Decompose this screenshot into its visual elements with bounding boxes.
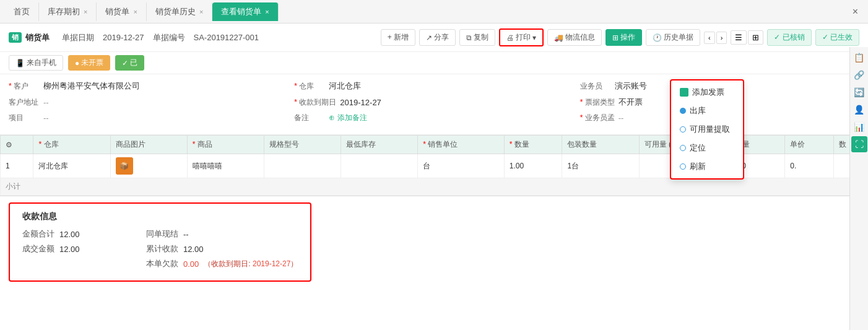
history-icon: 🕐 — [653, 33, 662, 42]
next-button[interactable]: › — [716, 32, 727, 44]
available-extract-item[interactable]: 可用量提取 — [671, 120, 743, 139]
row-unit: 台 — [418, 154, 504, 178]
refresh-icon — [680, 163, 686, 170]
tab-sales-history-close[interactable]: × — [199, 8, 203, 15]
payment-box: 收款信息 金额合计 12.00 同单现结 -- 成交金额 12.00 累计收款 — [9, 202, 311, 282]
customer-value: 柳州粤港平安气体有限公司 — [43, 80, 140, 92]
tab-home[interactable]: 首页 — [5, 2, 39, 21]
deal-amount-value: 12.00 — [59, 245, 80, 254]
refresh-label: 刷新 — [690, 161, 706, 172]
sales-person-value: -- — [618, 113, 624, 123]
deal-amount-label: 成交金额 — [22, 243, 54, 254]
copy-button[interactable]: ⧉ 复制 — [459, 29, 495, 46]
tab-inventory[interactable]: 库存期初 × — [39, 2, 97, 21]
subtotal-row: 小计 — [1, 178, 868, 196]
same-order-value: -- — [183, 230, 189, 239]
deal-amount-item: 成交金额 12.00 — [22, 243, 121, 254]
main-content: 销 销货单 单据日期 2019-12-27 单据编号 SA-20191227-0… — [0, 24, 868, 330]
outbound-label: 出库 — [690, 105, 706, 116]
sidebar-icon-3[interactable]: 🔄 — [851, 84, 867, 100]
print-button[interactable]: 🖨 打印 ▾ — [499, 28, 544, 46]
col-warehouse: 仓库 — [33, 136, 110, 154]
cumulative-label: 累计收款 — [146, 243, 178, 254]
due-amount-item: 本单欠款 0.00 （收款到期日: 2019-12-27） — [146, 258, 298, 269]
copy-icon: ⧉ — [466, 33, 472, 42]
col-qty: 数量 — [504, 136, 562, 154]
payment-title: 收款信息 — [22, 211, 298, 222]
tab-view-sales-close[interactable]: × — [265, 8, 269, 15]
tab-sales-close[interactable]: × — [133, 8, 137, 15]
list-view-button[interactable]: ☰ — [731, 30, 747, 45]
operate-icon: ⊞ — [612, 33, 618, 42]
warehouse-value: 河北仓库 — [329, 80, 361, 92]
due-date-field: 收款到期日 2019-12-27 — [294, 97, 573, 108]
customer-label: 客户 — [9, 81, 40, 92]
check-button[interactable]: ✓ 已 — [115, 55, 144, 71]
warehouse-field: 仓库 河北仓库 — [294, 80, 573, 92]
tab-sales[interactable]: 销货单 × — [97, 2, 146, 21]
col-image: 商品图片 — [110, 136, 187, 154]
invoice-type-value: 不开票 — [618, 97, 643, 108]
tab-bar: 首页 库存期初 × 销货单 × 销货单历史 × 查看销货单 × × — [0, 0, 868, 24]
row-qty: 1.00 — [504, 154, 562, 178]
print-icon: 🖨 — [506, 33, 514, 42]
address-value: -- — [43, 98, 49, 107]
sales-person-label: 业务员孟 — [580, 113, 615, 123]
col-product: 商品 — [187, 136, 264, 154]
doc-type-icon: 销 — [9, 32, 22, 43]
sidebar-icon-1[interactable]: 📋 — [851, 50, 867, 66]
sidebar-icon-5[interactable]: 📊 — [851, 119, 867, 135]
plus-icon: ⊕ — [329, 113, 335, 122]
employee-label: 业务员 — [580, 81, 611, 92]
from-phone-button[interactable]: 📱 来自手机 — [9, 55, 63, 71]
tab-sales-history[interactable]: 销货单历史 × — [147, 2, 212, 21]
available-extract-icon — [680, 126, 686, 132]
history-button[interactable]: 🕐 历史单据 — [646, 29, 700, 46]
payment-row-2: 成交金额 12.00 累计收款 12.00 — [22, 243, 298, 254]
col-unit: 销售单位 — [418, 136, 504, 154]
logistics-button[interactable]: 🚚 物流信息 — [547, 29, 602, 46]
invoice-icon: ● — [75, 59, 79, 67]
grid-view-button[interactable]: ⊞ — [748, 30, 763, 45]
project-value: -- — [43, 113, 49, 123]
locate-icon — [680, 145, 686, 151]
col-spec: 规格型号 — [264, 136, 341, 154]
effect-status: ✓ 已生效 — [815, 29, 859, 46]
tab-inventory-close[interactable]: × — [84, 8, 87, 15]
due-amount-value: 0.00 — [183, 259, 199, 269]
prev-button[interactable]: ‹ — [704, 32, 715, 44]
right-sidebar: 📋 🔗 🔄 👤 📊 ⛶ — [849, 47, 868, 330]
product-image-icon: 📦 — [119, 162, 129, 170]
warehouse-label: 仓库 — [294, 81, 325, 92]
employee-value: 演示账号 — [615, 80, 647, 92]
share-button[interactable]: ↗ 分享 — [419, 29, 456, 46]
sidebar-icon-4[interactable]: 👤 — [851, 102, 867, 118]
logistics-icon: 🚚 — [554, 33, 563, 42]
remark-field: 备注 ⊕ 添加备注 — [294, 113, 573, 123]
doc-title: 销 销货单 — [9, 32, 50, 43]
window-close[interactable]: × — [848, 6, 863, 17]
total-amount-label: 金额合计 — [22, 228, 54, 240]
locate-item[interactable]: 定位 — [671, 139, 743, 157]
tab-view-sales[interactable]: 查看销货单 × — [212, 2, 278, 21]
print-dropdown-icon: ▾ — [532, 33, 536, 42]
share-icon: ↗ — [426, 33, 432, 42]
add-invoice-item[interactable]: 添加发票 — [671, 83, 743, 102]
operate-button[interactable]: ⊞ 操作 — [605, 29, 642, 46]
outbound-icon — [680, 108, 686, 114]
address-label: 客户地址 — [9, 97, 40, 108]
outbound-item[interactable]: 出库 — [671, 102, 743, 120]
cumulative-value: 12.00 — [183, 245, 204, 254]
add-remark-button[interactable]: ⊕ 添加备注 — [329, 113, 367, 123]
doc-actions: + 新增 ↗ 分享 ⧉ 复制 🖨 打印 ▾ 🚚 物流信息 ⊞ 操作 — [381, 28, 859, 46]
view-toggle: ☰ ⊞ — [731, 30, 763, 45]
status-bar: 📱 来自手机 ● 未开票 ✓ 已 — [0, 52, 868, 74]
not-open-button[interactable]: ● 未开票 — [68, 55, 110, 71]
refresh-item[interactable]: 刷新 — [671, 157, 743, 176]
number-value: SA-20191227-001 — [194, 33, 259, 42]
add-button[interactable]: + 新增 — [381, 29, 415, 46]
sidebar-icon-expand[interactable]: ⛶ — [851, 136, 867, 152]
sidebar-icon-2[interactable]: 🔗 — [851, 67, 867, 83]
add-invoice-label: 添加发票 — [692, 87, 724, 98]
available-extract-label: 可用量提取 — [690, 124, 730, 135]
